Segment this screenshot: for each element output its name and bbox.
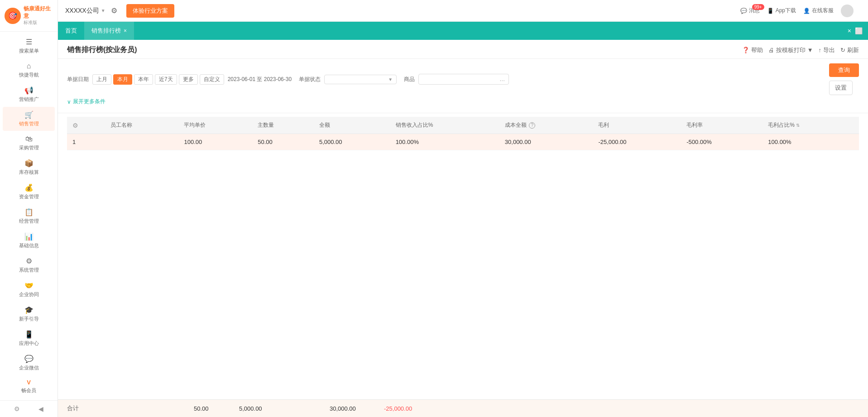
export-label: 导出 xyxy=(823,46,835,54)
sidebar-item-beginner[interactable]: 🎓 新手引导 xyxy=(3,302,55,326)
query-button[interactable]: 查询 xyxy=(829,63,859,77)
logo-subtitle: 标准版 xyxy=(24,19,53,26)
export-icon: ↑ xyxy=(819,47,822,53)
message-button[interactable]: 💬 消息 99+ xyxy=(740,7,760,14)
footer-cells: 50.00 5,000.00 30,000.00 -25,000.00 xyxy=(149,405,859,412)
date-btn-last-month[interactable]: 上月 xyxy=(92,74,111,85)
date-btn-more[interactable]: 更多 xyxy=(179,74,198,85)
sidebar-settings-icon[interactable]: ⚙ xyxy=(14,405,20,412)
sidebar-nav: ☰ 搜索菜单 ⌂ 快捷导航 📢 营销推广 🛒 销售管理 🛍 采购管理 📦 库存核… xyxy=(0,32,58,400)
sidebar-item-vip[interactable]: V 畅会员 xyxy=(3,375,55,398)
status-select-arrow-icon: ▼ xyxy=(388,77,393,82)
template-print-button[interactable]: 🖨 按模板打印 ▼ xyxy=(768,46,813,54)
sales-icon: 🛒 xyxy=(24,110,34,119)
refresh-label: 刷新 xyxy=(847,46,859,54)
basic-info-icon: 📊 xyxy=(24,232,34,241)
inventory-icon: 📦 xyxy=(24,159,34,168)
window-close-icon[interactable]: × xyxy=(848,27,851,34)
online-service-button[interactable]: 👤 在线客服 xyxy=(803,7,834,14)
goods-filter-label: 商品 xyxy=(404,76,415,83)
cost-info-icon[interactable]: ? xyxy=(529,122,535,129)
sidebar-item-quick-nav[interactable]: ⌂ 快捷导航 xyxy=(3,58,55,82)
cell-cost: 30,000.00 xyxy=(499,134,593,150)
date-btn-7days[interactable]: 近7天 xyxy=(155,74,177,85)
sidebar-item-label: 基础信息 xyxy=(19,242,39,249)
export-button[interactable]: ↑ 导出 xyxy=(819,46,835,54)
print-icon: 🖨 xyxy=(768,47,774,53)
gross-ratio-sort-icon[interactable]: ⇅ xyxy=(796,123,800,128)
window-maximize-icon[interactable]: ⬜ xyxy=(855,27,863,34)
status-filter-label: 单据状态 xyxy=(299,76,321,83)
col-employee-header: 员工名称 xyxy=(105,117,179,134)
sidebar-logo: 🎯 畅康通好生意 标准版 xyxy=(0,0,58,32)
cell-main-qty: 50.00 xyxy=(252,134,314,150)
footer-label: 合计 xyxy=(67,404,149,412)
page-actions: ❓ 帮助 🖨 按模板打印 ▼ ↑ 导出 ↻ 刷新 xyxy=(742,46,859,54)
tab-home[interactable]: 首页 xyxy=(58,22,84,40)
footer-gross: -25,000.00 xyxy=(384,405,438,412)
topbar-settings-icon[interactable]: ⚙ xyxy=(111,6,117,15)
refresh-icon: ↻ xyxy=(840,47,845,53)
filter-bar: 单据日期 上月 本月 本年 近7天 更多 自定义 2023-06-01 至 20… xyxy=(58,59,868,113)
col-gross-ratio-header[interactable]: 毛利占比% ⇅ xyxy=(762,117,859,134)
help-icon: ❓ xyxy=(742,47,749,53)
sidebar-item-finance[interactable]: 💰 资金管理 xyxy=(3,180,55,204)
company-selector[interactable]: XXXXX公司 ▼ xyxy=(65,7,106,15)
sidebar-item-app-center[interactable]: 📱 应用中心 xyxy=(3,326,55,350)
sidebar-item-label: 营销推广 xyxy=(19,96,39,103)
expand-filter-button[interactable]: ∨ 展开更多条件 xyxy=(67,95,859,108)
date-filter: 单据日期 上月 本月 本年 近7天 更多 自定义 2023-06-01 至 20… xyxy=(67,74,292,85)
sidebar-item-basic-info[interactable]: 📊 基础信息 xyxy=(3,229,55,253)
col-avg-price-header: 平均单价 xyxy=(178,117,252,134)
trial-button[interactable]: 体验行业方案 xyxy=(126,4,174,18)
sidebar-item-sales[interactable]: 🛒 销售管理 xyxy=(3,107,55,131)
date-filter-label: 单据日期 xyxy=(67,76,89,83)
user-avatar[interactable] xyxy=(841,5,854,17)
date-btn-custom[interactable]: 自定义 xyxy=(200,74,224,85)
cell-rank: 1 xyxy=(67,134,105,150)
help-button[interactable]: ❓ 帮助 xyxy=(742,46,763,54)
system-icon: ⚙ xyxy=(26,257,32,265)
footer-avg-price xyxy=(149,405,194,412)
date-range-display: 2023-06-01 至 2023-06-30 xyxy=(228,76,292,83)
table-row: 1 100.00 50.00 5,000.00 100.00% 30,000.0… xyxy=(67,134,859,150)
sidebar-item-label: 资金管理 xyxy=(19,193,39,200)
footer-amount: 5,000.00 xyxy=(239,405,284,412)
col-main-qty-header: 主数量 xyxy=(252,117,314,134)
sidebar-item-operations[interactable]: 📋 经营管理 xyxy=(3,204,55,228)
template-print-label: 按模板打印 xyxy=(776,46,806,54)
footer-cost: 30,000.00 xyxy=(330,405,384,412)
operations-icon: 📋 xyxy=(24,208,34,216)
sidebar-item-search[interactable]: ☰ 搜索菜单 xyxy=(3,34,55,58)
goods-select[interactable]: … xyxy=(418,74,509,85)
tab-close-icon[interactable]: × xyxy=(124,28,127,34)
sidebar-item-marketing[interactable]: 📢 营销推广 xyxy=(3,82,55,106)
date-buttons: 上月 本月 本年 近7天 更多 自定义 2023-06-01 至 2023-06… xyxy=(92,74,292,85)
cell-avg-price: 100.00 xyxy=(178,134,252,150)
sidebar-item-purchase[interactable]: 🛍 采购管理 xyxy=(3,131,55,155)
app-download-button[interactable]: 📱 App下载 xyxy=(767,7,796,14)
service-label: 在线客服 xyxy=(812,7,834,14)
settings-button[interactable]: 设置 xyxy=(829,81,853,95)
company-arrow-icon: ▼ xyxy=(101,8,106,13)
sidebar-collapse-icon[interactable]: ◀ xyxy=(38,405,43,412)
tabbar: 首页 销售排行榜 × × ⬜ xyxy=(58,22,868,40)
status-select[interactable]: ▼ xyxy=(324,75,397,84)
sidebar-item-enterprise-wechat[interactable]: 💬 企业微信 xyxy=(3,351,55,375)
column-settings-icon[interactable]: ⚙ xyxy=(72,122,78,129)
sidebar-item-system[interactable]: ⚙ 系统管理 xyxy=(3,253,55,277)
sidebar-item-inventory[interactable]: 📦 库存核算 xyxy=(3,155,55,179)
vip-icon: V xyxy=(27,379,31,386)
sidebar-item-enterprise-collab[interactable]: 🤝 企业协同 xyxy=(3,278,55,302)
tab-sales-ranking[interactable]: 销售排行榜 × xyxy=(84,22,134,40)
window-controls: × ⬜ xyxy=(848,27,868,34)
sidebar-item-label: 企业协同 xyxy=(19,291,39,298)
chevron-down-icon: ∨ xyxy=(67,99,71,105)
table-container: ⚙ 员工名称 平均单价 主数量 全额 销售收入占比% xyxy=(58,113,868,399)
col-sales-ratio-header: 销售收入占比% xyxy=(390,117,499,134)
col-settings-header[interactable]: ⚙ xyxy=(67,117,105,134)
logo-title: 畅康通好生意 xyxy=(24,5,53,19)
date-btn-this-year[interactable]: 本年 xyxy=(134,74,153,85)
refresh-button[interactable]: ↻ 刷新 xyxy=(840,46,859,54)
date-btn-this-month[interactable]: 本月 xyxy=(113,74,132,85)
